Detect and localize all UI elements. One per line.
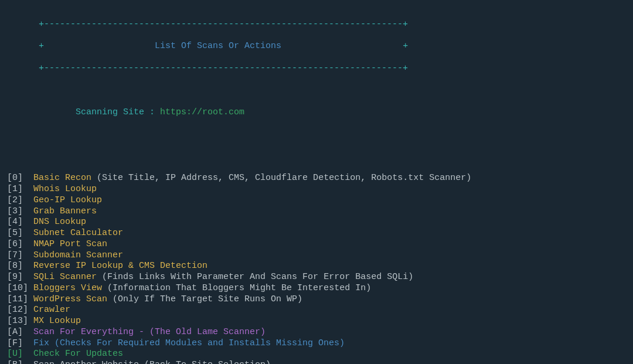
menu-label: Fix (Checks For Required Modules and Ins… (33, 338, 345, 348)
menu-item-3[interactable]: [3] Grab Banners (7, 206, 626, 217)
header-border-bottom: +---------------------------------------… (7, 63, 626, 74)
menu-label: Check For Updates (33, 349, 123, 359)
menu-label: NMAP Port Scan (33, 239, 107, 249)
menu-key: [0] (7, 173, 23, 183)
menu-item-6[interactable]: [6] NMAP Port Scan (7, 239, 626, 250)
menu-item-7[interactable]: [7] Subdomain Scanner (7, 250, 626, 261)
menu-item-8[interactable]: [8] Reverse IP Lookup & CMS Detection (7, 261, 626, 272)
menu-key: [3] (7, 206, 23, 216)
scanning-label: Scanning Site : (76, 107, 160, 117)
menu-key: [2] (7, 195, 23, 205)
menu-item-12[interactable]: [12] Crawler (7, 305, 626, 316)
scanning-site-row: Scanning Site : https://root.com (7, 107, 626, 118)
menu-key: [7] (7, 250, 23, 260)
menu-item-1[interactable]: [1] Whois Lookup (7, 184, 626, 195)
scanning-url: https://root.com (160, 107, 244, 117)
menu-label: Bloggers View (33, 283, 102, 293)
menu-key: [U] (7, 349, 23, 359)
menu-key: [13] (7, 316, 28, 326)
header-title-row: + List Of Scans Or Actions + (7, 41, 626, 52)
menu-label: Grab Banners (33, 206, 97, 216)
menu-item-5[interactable]: [5] Subnet Calculator (7, 228, 626, 239)
menu-key: [A] (7, 327, 23, 337)
menu-label: MX Lookup (33, 316, 81, 326)
menu-key: [8] (7, 261, 23, 271)
menu-item-2[interactable]: [2] Geo-IP Lookup (7, 195, 626, 206)
menu-note: (Site Title, IP Address, CMS, Cloudflare… (91, 173, 471, 183)
menu-label: DNS Lookup (33, 217, 86, 227)
menu-item-4[interactable]: [4] DNS Lookup (7, 217, 626, 228)
menu-key: [F] (7, 338, 23, 348)
menu-item-11[interactable]: [11] WordPress Scan (Only If The Target … (7, 294, 626, 305)
menu-label: Basic Recon (33, 173, 91, 183)
menu-label: Geo-IP Lookup (33, 195, 102, 205)
menu-key: [B] (7, 360, 23, 364)
menu-item-U[interactable]: [U] Check For Updates (7, 349, 626, 360)
menu-key: [9] (7, 272, 23, 282)
menu-label: Reverse IP Lookup & CMS Detection (33, 261, 207, 271)
menu-key: [4] (7, 217, 23, 227)
menu-list: [0] Basic Recon (Site Title, IP Address,… (7, 173, 626, 364)
menu-item-0[interactable]: [0] Basic Recon (Site Title, IP Address,… (7, 173, 626, 184)
menu-key: [1] (7, 184, 23, 194)
menu-label: Subnet Calculator (33, 228, 123, 238)
menu-item-B[interactable]: [B] Scan Another Website (Back To Site S… (7, 360, 626, 364)
menu-item-9[interactable]: [9] SQLi Scanner (Finds Links With Param… (7, 272, 626, 283)
header-title: List Of Scans Or Actions (155, 41, 281, 51)
header-border-top: +---------------------------------------… (7, 19, 626, 30)
menu-label: SQLi Scanner (33, 272, 97, 282)
menu-item-10[interactable]: [10] Bloggers View (Information That Blo… (7, 283, 626, 294)
menu-item-A[interactable]: [A] Scan For Everything - (The Old Lame … (7, 327, 626, 338)
menu-item-F[interactable]: [F] Fix (Checks For Required Modules and… (7, 338, 626, 349)
menu-key: [10] (7, 283, 28, 293)
menu-note: (Information That Bloggers Might Be Inte… (102, 283, 371, 293)
menu-note: (Only If The Target Site Runs On WP) (107, 294, 302, 304)
menu-key: [11] (7, 294, 28, 304)
menu-item-13[interactable]: [13] MX Lookup (7, 316, 626, 327)
menu-note: (Finds Links With Parameter And Scans Fo… (97, 272, 413, 282)
menu-label: Subdomain Scanner (33, 250, 123, 260)
menu-key: [12] (7, 305, 28, 315)
terminal-screen: +---------------------------------------… (0, 0, 633, 364)
menu-label: Whois Lookup (33, 184, 97, 194)
menu-label: Scan Another Website (Back To Site Selec… (33, 360, 271, 364)
menu-label: Scan For Everything - (The Old Lame Scan… (33, 327, 266, 337)
menu-label: Crawler (33, 305, 70, 315)
menu-key: [6] (7, 239, 23, 249)
menu-key: [5] (7, 228, 23, 238)
menu-label: WordPress Scan (33, 294, 107, 304)
